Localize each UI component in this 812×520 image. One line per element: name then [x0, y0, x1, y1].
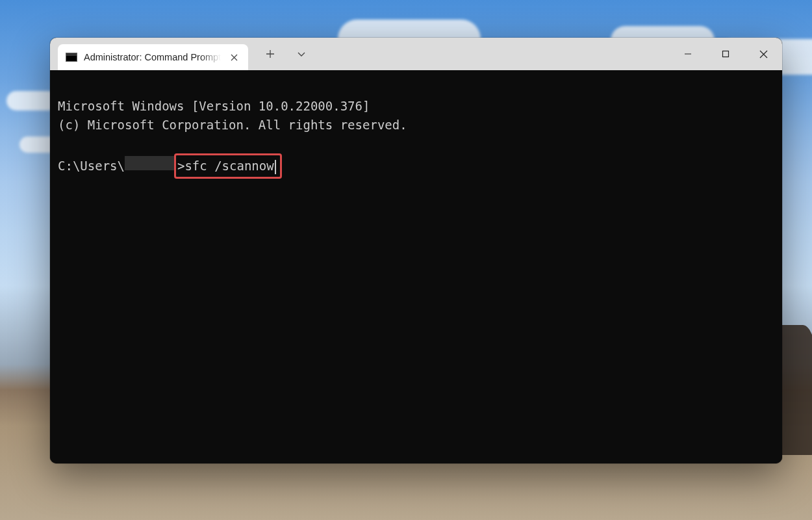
maximize-icon	[722, 50, 730, 58]
tab-close-button[interactable]	[227, 51, 240, 64]
tab-command-prompt[interactable]: Administrator: Command Prompt	[58, 44, 248, 70]
chevron-down-icon	[297, 49, 306, 58]
terminal-window: Administrator: Command Prompt	[50, 38, 782, 463]
prompt-gt: >	[177, 159, 184, 173]
redacted-username	[125, 156, 175, 170]
close-icon	[759, 50, 768, 58]
tab-dropdown-button[interactable]	[287, 41, 316, 67]
cmd-icon	[66, 53, 77, 62]
text-cursor	[275, 160, 276, 174]
terminal-output[interactable]: Microsoft Windows [Version 10.0.22000.37…	[50, 70, 782, 463]
terminal-line: (c) Microsoft Corporation. All rights re…	[58, 118, 407, 132]
typed-command: sfc /scannow	[184, 159, 273, 173]
titlebar[interactable]: Administrator: Command Prompt	[50, 38, 782, 70]
terminal-line: Microsoft Windows [Version 10.0.22000.37…	[58, 99, 370, 113]
plus-icon	[266, 49, 275, 58]
close-button[interactable]	[744, 38, 782, 70]
svg-rect-0	[723, 51, 729, 57]
prompt-path: C:\Users\	[58, 157, 125, 176]
prompt-line: C:\Users\>sfc /scannow	[58, 153, 774, 179]
new-tab-button[interactable]	[256, 41, 285, 67]
command-highlight: >sfc /scannow	[174, 153, 282, 179]
close-icon	[231, 54, 238, 61]
minimize-button[interactable]	[669, 38, 707, 70]
maximize-button[interactable]	[707, 38, 744, 70]
minimize-icon	[684, 50, 692, 58]
tab-title: Administrator: Command Prompt	[84, 52, 221, 62]
